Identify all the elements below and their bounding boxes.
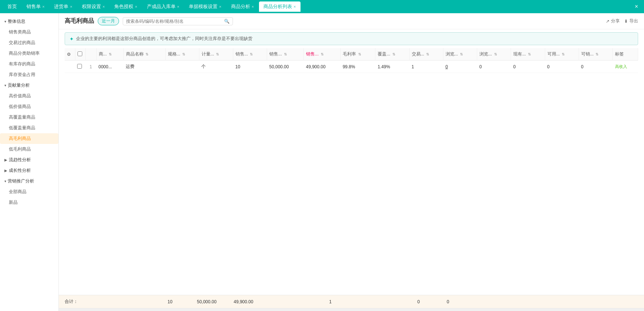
nav-tab-template-close[interactable]: × — [219, 4, 221, 9]
sort-icon-sales-qty[interactable]: ⇅ — [250, 52, 253, 56]
th-spec[interactable]: 规格... ⇅ — [165, 48, 199, 61]
nav-tab-sales-close[interactable]: × — [42, 4, 44, 9]
nav-tab-template[interactable]: 单据模板设置 × — [184, 1, 226, 12]
sidebar-group-contribution[interactable]: ▾ 贡献量分析 — [0, 80, 58, 91]
sort-icon-unit[interactable]: ⇅ — [216, 52, 219, 56]
nav-tab-permission[interactable]: 权限设置 × — [78, 1, 109, 12]
data-table: ⚙ 商... ⇅ 商品名称 ⇅ — [65, 48, 638, 73]
th-browse2[interactable]: 浏览... ⇅ — [477, 48, 511, 61]
sort-icon-sales-amount[interactable]: ⇅ — [284, 52, 287, 56]
th-code[interactable]: 商... ⇅ — [96, 48, 123, 61]
th-current-stock[interactable]: 现有... ⇅ — [511, 48, 545, 61]
th-coverage[interactable]: 覆盖... ⇅ — [375, 48, 409, 61]
export-label: 导出 — [629, 18, 638, 24]
footer-sales-qty: 10 — [168, 299, 197, 304]
filter-recent-month-btn[interactable]: 近一月 — [98, 17, 119, 25]
sidebar-item-sales-goods[interactable]: 销售类商品 — [0, 27, 58, 37]
table-header-row: ⚙ 商... ⇅ 商品名称 ⇅ — [65, 48, 638, 61]
sidebar-group-marketing[interactable]: ▾ 营销推广分析 — [0, 176, 58, 187]
sidebar-item-high-coverage[interactable]: 高覆盖量商品 — [0, 112, 58, 123]
nav-tab-permission-close[interactable]: × — [102, 4, 105, 9]
sidebar-item-low-margin[interactable]: 低毛利商品 — [0, 144, 58, 155]
sort-icon-spec[interactable]: ⇅ — [182, 52, 185, 56]
nav-tab-sales[interactable]: 销售单 × — [22, 1, 49, 12]
row-checkbox[interactable] — [77, 64, 82, 69]
table-row[interactable]: 1 0000... 运费 个 10 50,000.00 49,900.00 99… — [65, 61, 638, 73]
th-browse2-label: 浏览... — [479, 51, 492, 57]
table-container[interactable]: ⚙ 商... ⇅ 商品名称 ⇅ — [59, 48, 644, 295]
search-input[interactable] — [126, 19, 223, 24]
nav-tab-analysis-list[interactable]: 商品分析列表 × — [259, 1, 300, 12]
th-tag-label: 标签 — [615, 51, 624, 57]
window-close-btn[interactable]: × — [632, 3, 641, 10]
td-browse1[interactable]: 0 — [443, 61, 477, 73]
th-gross-margin[interactable]: 毛利率 ⇅ — [341, 48, 375, 61]
sort-icon-sales-profit[interactable]: ⇅ — [321, 52, 324, 56]
search-box[interactable]: 🔍 — [123, 17, 233, 25]
nav-tab-product-entry-close[interactable]: × — [177, 4, 179, 9]
sidebar-item-stock-capital[interactable]: 库存资金占用 — [0, 69, 58, 80]
tag-label: 高收入 — [615, 64, 627, 69]
sort-icon-browse1[interactable]: ⇅ — [460, 52, 463, 56]
th-name-label: 商品名称 — [126, 51, 144, 57]
export-btn[interactable]: ⬇ 导出 — [624, 18, 638, 24]
th-sales-profit[interactable]: 销售... ⇅ — [304, 48, 341, 61]
sidebar-group-trend-label: 流趋性分析 — [9, 157, 31, 163]
sidebar-item-all-goods[interactable]: 全部商品 — [0, 187, 58, 197]
th-browse1[interactable]: 浏览... ⇅ — [443, 48, 477, 61]
nav-tab-purchase-close[interactable]: × — [70, 4, 72, 9]
sort-icon-current-stock[interactable]: ⇅ — [528, 52, 531, 56]
content-header: 高毛利商品 近一月 🔍 ↗ 分享 ⬇ 导出 — [59, 13, 644, 29]
nav-tab-role-close[interactable]: × — [135, 4, 137, 9]
th-sales-amount[interactable]: 销售... ⇅ — [267, 48, 304, 61]
td-checkbox[interactable] — [75, 61, 85, 73]
th-checkbox[interactable] — [75, 48, 85, 61]
sort-icon-coverage[interactable]: ⇅ — [392, 52, 395, 56]
th-unit[interactable]: 计量... ⇅ — [199, 48, 233, 61]
select-all-checkbox[interactable] — [78, 51, 82, 56]
nav-home[interactable]: 首页 — [3, 3, 21, 10]
th-settings[interactable]: ⚙ — [65, 48, 75, 61]
nav-tab-analysis[interactable]: 商品分析 × — [227, 1, 258, 12]
sidebar-item-traded-goods[interactable]: 交易过的商品 — [0, 37, 58, 48]
sort-icon-saleable[interactable]: ⇅ — [596, 52, 598, 56]
th-transaction[interactable]: 交易... ⇅ — [409, 48, 443, 61]
nav-tab-purchase[interactable]: 进货单 × — [50, 1, 76, 12]
td-browse1-value[interactable]: 0 — [445, 64, 448, 69]
bottom-scrollbar[interactable] — [59, 308, 644, 311]
sidebar-item-high-margin[interactable]: 高毛利商品 — [0, 133, 58, 144]
sort-icon-transaction[interactable]: ⇅ — [426, 52, 429, 56]
th-saleable[interactable]: 可销... ⇅ — [579, 48, 612, 61]
search-icon[interactable]: 🔍 — [224, 19, 230, 24]
td-browse2: 0 — [477, 61, 511, 73]
td-coverage: 1.49% — [375, 61, 409, 73]
td-code: 0000... — [96, 61, 123, 73]
th-name[interactable]: 商品名称 ⇅ — [123, 48, 165, 61]
nav-tab-analysis-close[interactable]: × — [252, 4, 254, 9]
sort-icon-available[interactable]: ⇅ — [562, 52, 565, 56]
share-btn[interactable]: ↗ 分享 — [606, 18, 620, 24]
sidebar-item-low-coverage[interactable]: 低覆盖量商品 — [0, 123, 58, 133]
sidebar-group-overall[interactable]: ▾ 整体信息 — [0, 16, 58, 27]
nav-tab-analysis-list-close[interactable]: × — [294, 4, 296, 9]
sort-icon-browse2[interactable]: ⇅ — [494, 52, 497, 56]
sidebar-group-trend[interactable]: ▶ 流趋性分析 — [0, 155, 58, 165]
sort-icon-name[interactable]: ⇅ — [145, 52, 148, 56]
th-sales-qty[interactable]: 销售... ⇅ — [233, 48, 267, 61]
nav-tab-product-entry[interactable]: 产成品入库单 × — [143, 1, 184, 12]
sidebar: 《 ▾ 整体信息 销售类商品 交易过的商品 商品分类助销率 有库存的商品 库存资… — [0, 13, 59, 311]
th-available[interactable]: 可用... ⇅ — [545, 48, 579, 61]
settings-icon[interactable]: ⚙ — [67, 52, 71, 57]
sidebar-item-low-value[interactable]: 低价值商品 — [0, 101, 58, 112]
sidebar-group-growth[interactable]: ▶ 成长性分析 — [0, 165, 58, 176]
sort-icon-gross-margin[interactable]: ⇅ — [358, 52, 361, 56]
sort-icon-code[interactable]: ⇅ — [109, 52, 112, 56]
sidebar-collapse-btn[interactable]: 《 — [58, 155, 59, 170]
nav-tab-role[interactable]: 角色授权 × — [110, 1, 141, 12]
th-coverage-label: 覆盖... — [378, 51, 390, 57]
sidebar-item-stock-goods[interactable]: 有库存的商品 — [0, 59, 58, 69]
sidebar-item-high-value[interactable]: 高价值商品 — [0, 91, 58, 101]
sidebar-item-new-goods[interactable]: 新品 — [0, 197, 58, 208]
footer-transaction: 1 — [329, 299, 359, 304]
sidebar-item-category-rate[interactable]: 商品分类助销率 — [0, 48, 58, 59]
